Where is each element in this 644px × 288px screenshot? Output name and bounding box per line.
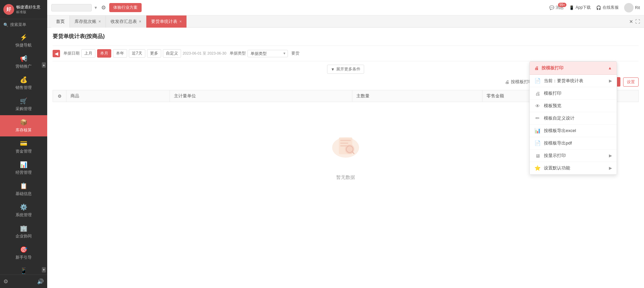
- finance-icon: 💳: [20, 140, 27, 147]
- order-type-select[interactable]: 单据类型: [247, 50, 288, 57]
- dropdown-template-design[interactable]: ✏ 模板自定义设计: [530, 112, 617, 125]
- expand-conditions-button[interactable]: ▼ 展开更多条件: [327, 65, 364, 74]
- dropdown-display-print[interactable]: 🖥 按显示打印 ▶: [530, 150, 617, 162]
- date-more-button[interactable]: 更多: [147, 49, 161, 58]
- marketing-icon: 📢: [20, 55, 27, 62]
- sidebar-item-marketing[interactable]: 📢 营销推广: [0, 52, 47, 73]
- tab-inventory-batch-label: 库存批次账: [75, 19, 96, 25]
- header-app-download[interactable]: 📱 App下载: [569, 5, 591, 10]
- sidebar-scroll-up[interactable]: ▲: [42, 62, 46, 68]
- cargo-filter-group: 要货: [291, 51, 299, 56]
- date-recent7-button[interactable]: 近7天: [129, 49, 145, 58]
- sidebar-item-system[interactable]: ⚙️ 系统管理: [0, 200, 47, 221]
- inventory-icon: 📦: [20, 119, 27, 126]
- sidebar-item-quick-nav[interactable]: ⚡ 快捷导航: [0, 30, 47, 52]
- sidebar-item-purchase[interactable]: 🛒 采购管理: [0, 94, 47, 115]
- date-current-year-button[interactable]: 本年: [113, 49, 127, 58]
- dropdown-set-default[interactable]: ⭐ 设置默认功能 ▶: [530, 162, 617, 174]
- breadcrumb-input[interactable]: [51, 4, 92, 11]
- dropdown-template-export-pdf[interactable]: 📄 按模板导出pdf: [530, 137, 617, 150]
- filter-toggle-button[interactable]: ◀: [53, 50, 60, 57]
- template-design-label: 模板自定义设计: [544, 115, 575, 121]
- guide-icon: 🎯: [20, 246, 27, 253]
- current-label: 当前：要货单统计表: [544, 78, 583, 84]
- dropdown-template-print[interactable]: 🖨 模板打印: [530, 87, 617, 100]
- dropdown-template-preview[interactable]: 👁 模板预览: [530, 100, 617, 112]
- header-message[interactable]: 💬 消息 99+: [549, 5, 564, 10]
- settings-button[interactable]: 设置: [623, 77, 639, 87]
- message-icon: 💬: [549, 5, 554, 10]
- sidebar-item-base-info[interactable]: 📋 基础信息: [0, 179, 47, 200]
- tab-receivable-summary[interactable]: 收发存汇总表 ×: [106, 15, 146, 28]
- app-download-icon: 📱: [569, 5, 574, 10]
- sidebar-item-operation[interactable]: 📊 经营管理: [0, 158, 47, 179]
- sidebar-item-app-center[interactable]: 📱 应用中心: [0, 264, 47, 275]
- empty-text: 暂无数据: [336, 174, 355, 181]
- display-print-icon: 🖥: [534, 153, 540, 159]
- date-prev-month-button[interactable]: 上月: [81, 49, 95, 58]
- page-content: 要货单统计表(按商品) ◀ 单据日期 上月 本月 本年 近7天 更多 自定义 2…: [47, 28, 644, 288]
- template-export-excel-icon: 📊: [534, 128, 540, 134]
- tab-home[interactable]: 首页: [51, 15, 70, 28]
- sidebar-item-sales[interactable]: 💰 销售管理: [0, 73, 47, 94]
- template-design-icon: ✏: [534, 115, 540, 121]
- dropdown-template-export-excel[interactable]: 📊 按模板导出excel: [530, 125, 617, 137]
- template-export-excel-label: 按模板导出excel: [544, 128, 576, 134]
- dropdown-header[interactable]: 🖨 按模板打印 ▲: [530, 62, 617, 75]
- dropdown-current-item[interactable]: 📄 当前：要货单统计表 ▶: [530, 75, 617, 87]
- header-user[interactable]: Rit: [624, 3, 640, 12]
- app-download-label: App下载: [576, 5, 591, 10]
- template-print-icon: 🖨: [534, 91, 540, 96]
- order-type-select-wrapper: 单据类型: [247, 50, 288, 57]
- svg-rect-3: [340, 142, 348, 144]
- sidebar-logo: 好 畅捷通好生意 标准版: [0, 0, 47, 19]
- set-default-icon: ⭐: [534, 165, 540, 171]
- header-online-service[interactable]: 🎧 在线客服: [596, 5, 619, 10]
- tab-home-label: 首页: [56, 19, 65, 25]
- search-icon: 🔍: [3, 23, 8, 27]
- tabs-bar: 首页 库存批次账 × 收发存汇总表 × 要货单统计表 × ✕ ⛶: [47, 15, 644, 28]
- quick-nav-icon: ⚡: [20, 34, 27, 41]
- tab-receivable-summary-close[interactable]: ×: [139, 19, 141, 24]
- settings-footer-icon[interactable]: ⚙: [3, 278, 8, 285]
- date-current-month-button[interactable]: 本月: [97, 49, 111, 58]
- svg-rect-2: [340, 140, 351, 141]
- sidebar-item-label: 采购管理: [16, 106, 32, 112]
- order-type-filter-group: 单据类型 单据类型: [230, 50, 288, 57]
- date-custom-button[interactable]: 自定义: [163, 49, 181, 58]
- display-print-label: 按显示打印: [544, 153, 566, 159]
- tab-inventory-batch[interactable]: 库存批次账 ×: [70, 15, 106, 28]
- table-header-unit: 主计量单位: [170, 90, 352, 102]
- display-print-chevron: ▶: [609, 153, 612, 158]
- sidebar-item-label: 库存核算: [16, 127, 32, 133]
- table-settings-icon: ⚙: [58, 94, 62, 99]
- set-default-label: 设置默认功能: [544, 165, 570, 171]
- sidebar-search[interactable]: 🔍 搜索菜单: [0, 19, 47, 30]
- tab-maximize-area: ✕ ⛶: [629, 19, 640, 24]
- sidebar-item-guide[interactable]: 🎯 新手引导: [0, 243, 47, 264]
- tab-order-stats[interactable]: 要货单统计表 ×: [146, 15, 187, 28]
- template-preview-icon: 👁: [534, 103, 540, 109]
- tab-close-all-button[interactable]: ✕: [629, 19, 633, 24]
- expand-chevron-icon: ▼: [331, 67, 335, 72]
- template-print-label: 模板打印: [544, 90, 561, 96]
- speaker-footer-icon[interactable]: 🔊: [37, 278, 44, 285]
- current-item-chevron: ▶: [609, 78, 612, 83]
- sidebar-scroll-down[interactable]: ▼: [42, 267, 46, 273]
- tab-order-stats-label: 要货单统计表: [151, 19, 177, 25]
- tab-inventory-batch-close[interactable]: ×: [98, 19, 101, 24]
- sidebar-item-inventory[interactable]: 📦 库存核算: [0, 115, 47, 136]
- sidebar-item-finance[interactable]: 💳 资金管理: [0, 136, 47, 158]
- base-info-icon: 📋: [20, 182, 27, 190]
- table-header-settings[interactable]: ⚙: [53, 90, 66, 102]
- user-avatar: [624, 3, 634, 12]
- sidebar-item-label: 销售管理: [16, 85, 32, 91]
- sidebar-nav: ⚡ 快捷导航 📢 营销推广 💰 销售管理 🛒 采购管理 📦 库存核算 💳 资金管…: [0, 30, 47, 275]
- header-gear-button[interactable]: ⚙: [100, 3, 107, 12]
- trial-button[interactable]: 体验行业方案: [109, 3, 142, 12]
- tab-order-stats-close[interactable]: ×: [179, 19, 182, 24]
- empty-icon: [329, 129, 362, 169]
- dropdown-header-chevron: ▲: [608, 66, 612, 70]
- tab-maximize-button[interactable]: ⛶: [635, 19, 640, 24]
- sidebar-item-enterprise[interactable]: 🏢 企业协同: [0, 221, 47, 243]
